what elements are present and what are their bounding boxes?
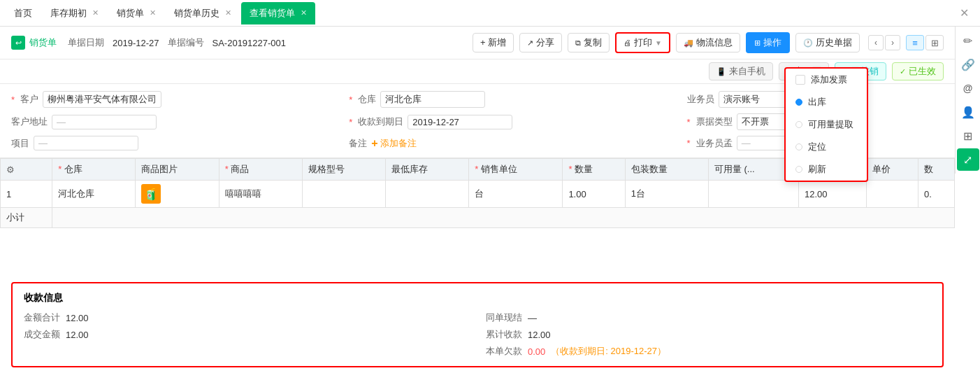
total-amount-value: 12.00 xyxy=(66,313,89,323)
available-dot xyxy=(795,121,802,128)
tab-sales-order[interactable]: 销货单 ✕ xyxy=(108,2,164,24)
outbound-item[interactable]: 出库 xyxy=(786,91,867,113)
from-phone-btn[interactable]: 📱 来自手机 xyxy=(709,62,773,80)
list-view-btn[interactable]: ≡ xyxy=(906,35,924,50)
row-warehouse: 河北仓库 xyxy=(52,181,136,208)
action-dropdown: 添加发票 出库 可用量提取 定位 刷新 xyxy=(784,67,868,182)
payment-due-field: * 收款到期日 2019-12-27 xyxy=(349,115,670,129)
table-icon[interactable]: ⊞ xyxy=(957,125,979,147)
tab-close-inventory[interactable]: ✕ xyxy=(92,8,99,17)
row-product[interactable]: 嘻嘻嘻嘻 xyxy=(219,181,302,208)
total-amount-row: 金额合计 12.00 xyxy=(24,311,469,324)
edit-icon[interactable]: ✏ xyxy=(957,29,979,52)
person-icon[interactable]: 👤 xyxy=(957,101,979,123)
transaction-amount-value: 12.00 xyxy=(66,330,89,340)
locate-item[interactable]: 定位 xyxy=(786,136,867,158)
grid-view-btn[interactable]: ⊞ xyxy=(925,35,944,50)
logistics-button[interactable]: 🚚 物流信息 xyxy=(676,33,740,52)
refresh-item[interactable]: 刷新 xyxy=(786,158,867,181)
copy-button[interactable]: ⧉ 复制 xyxy=(568,33,610,52)
number-value: SA-20191227-001 xyxy=(212,38,287,48)
balance-row: 本单欠款 0.00 （收款到期日: 2019-12-27） xyxy=(486,345,931,358)
doc-title: 销货单 xyxy=(29,36,57,49)
number-label: 单据编号 xyxy=(168,36,204,49)
summary-section: 收款信息 金额合计 12.00 同单现结 — 成交金额 12.00 累计收款 1… xyxy=(11,282,944,367)
right-sidebar: ✏ 🔗 @ 👤 ⊞ ⤢ xyxy=(955,27,980,174)
refresh-label: 刷新 xyxy=(808,163,826,176)
row-no: 1 xyxy=(1,181,52,208)
row-quantity: 1.00 xyxy=(563,181,625,208)
toolbar: + 新增 ↗ 分享 ⧉ 复制 🖨 打印 ▼ 🚚 物流信息 xyxy=(473,32,944,53)
same-order-row: 同单现结 — xyxy=(486,311,931,324)
effective-btn[interactable]: ✓ 已生效 xyxy=(892,62,944,80)
cumulative-payment-row: 累计收款 12.00 xyxy=(486,328,931,341)
tab-close-view[interactable]: ✕ xyxy=(301,8,307,17)
action-button[interactable]: ⊞ 操作 xyxy=(746,32,790,53)
row-available xyxy=(708,181,798,208)
col-warehouse: 仓库 xyxy=(52,159,136,181)
balance-label: 本单欠款 xyxy=(486,345,522,358)
transaction-amount-row: 成交金额 12.00 xyxy=(24,328,469,341)
date-value: 2019-12-27 xyxy=(113,38,159,48)
customer-field: * 客户 柳州粤港平安气体有限公司 xyxy=(11,91,332,108)
date-label: 单据日期 xyxy=(68,36,104,49)
tab-inventory-init[interactable]: 库存期初 ✕ xyxy=(42,2,107,24)
tab-sales-history[interactable]: 销货单历史 ✕ xyxy=(166,2,240,24)
col-product: 商品 xyxy=(219,159,302,181)
add-invoice-label: 添加发票 xyxy=(811,73,847,86)
tab-view-sales[interactable]: 查看销货单 ✕ xyxy=(241,2,315,24)
payment-due-value[interactable]: 2019-12-27 xyxy=(408,115,512,129)
subtotal-row: 小计 xyxy=(1,208,955,228)
row-min-stock xyxy=(386,181,469,208)
add-note-button[interactable]: + 添加备注 xyxy=(371,137,416,150)
col-unit-price: 单价 xyxy=(866,159,918,181)
table-row: 1 河北仓库 🧃 嘻嘻嘻嘻 台 1.00 1台 12.00 xyxy=(1,181,955,208)
product-thumbnail: 🧃 xyxy=(141,184,161,204)
doc-title-group: ↩ 销货单 xyxy=(11,36,57,50)
outbound-label: 出库 xyxy=(808,96,826,108)
project-value[interactable]: — xyxy=(34,136,138,150)
customer-value[interactable]: 柳州粤港平安气体有限公司 xyxy=(43,91,161,108)
prev-arrow[interactable]: ‹ xyxy=(868,35,884,50)
total-amount-label: 金额合计 xyxy=(24,311,60,324)
col-spec: 规格型号 xyxy=(302,159,385,181)
tab-close-history[interactable]: ✕ xyxy=(225,8,231,17)
warehouse-field: * 仓库 河北仓库 xyxy=(349,91,670,108)
new-button[interactable]: + 新增 xyxy=(473,33,514,52)
share-button[interactable]: ↗ 分享 xyxy=(519,33,562,52)
transaction-amount-label: 成交金额 xyxy=(24,328,60,341)
col-pack-qty: 包装数量 xyxy=(625,159,708,181)
tab-close-sales-order[interactable]: ✕ xyxy=(150,8,156,17)
project-field: 项目 — xyxy=(11,136,332,150)
available-extract-item[interactable]: 可用量提取 xyxy=(786,113,867,136)
tab-home[interactable]: 首页 xyxy=(6,2,41,24)
link-icon[interactable]: 🔗 xyxy=(957,53,979,76)
balance-value: 0.00 xyxy=(528,346,545,357)
col-amount: 数 xyxy=(918,159,955,181)
locate-label: 定位 xyxy=(808,141,826,153)
at-icon[interactable]: @ xyxy=(957,77,979,99)
print-button[interactable]: 🖨 打印 ▼ xyxy=(615,32,670,53)
address-value[interactable]: — xyxy=(52,115,157,129)
doc-meta: 单据日期 2019-12-27 单据编号 SA-20191227-001 xyxy=(68,36,461,49)
summary-grid: 金额合计 12.00 同单现结 — 成交金额 12.00 累计收款 12.00 … xyxy=(24,311,931,358)
row-unit-price xyxy=(866,181,918,208)
same-order-label: 同单现结 xyxy=(486,311,522,324)
window-close-button[interactable]: ✕ xyxy=(954,6,974,20)
subtotal-label: 小计 xyxy=(1,208,52,228)
history-button[interactable]: 🕐 历史单据 xyxy=(795,33,860,52)
locate-dot xyxy=(795,143,802,150)
next-arrow[interactable]: › xyxy=(885,35,900,50)
add-invoice-checkbox xyxy=(795,75,805,85)
view-toggle: ≡ ⊞ xyxy=(906,35,944,50)
col-settings[interactable]: ⚙ xyxy=(1,159,52,181)
cumulative-payment-value: 12.00 xyxy=(528,330,551,340)
warehouse-value[interactable]: 河北仓库 xyxy=(380,91,485,108)
row-sales-unit: 台 xyxy=(469,181,563,208)
col-min-stock: 最低库存 xyxy=(386,159,469,181)
add-invoice-item[interactable]: 添加发票 xyxy=(786,69,867,91)
row-spec xyxy=(302,181,385,208)
expand-icon[interactable]: ⤢ xyxy=(957,148,979,171)
row-pack-qty: 1台 xyxy=(625,181,708,208)
refresh-dot xyxy=(795,166,802,173)
